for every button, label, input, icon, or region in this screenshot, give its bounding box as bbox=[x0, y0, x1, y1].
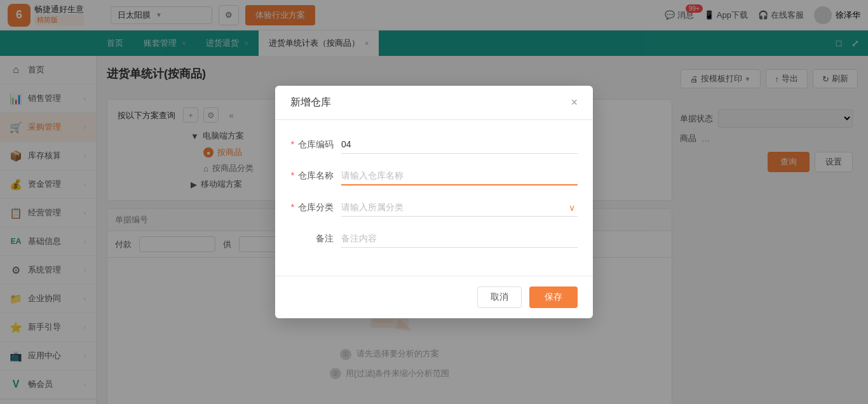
dialog-header: 新增仓库 × bbox=[275, 86, 593, 120]
name-input[interactable] bbox=[341, 166, 578, 185]
name-label: * 仓库名称 bbox=[290, 170, 341, 182]
category-label: * 仓库分类 bbox=[290, 202, 341, 213]
dialog-footer: 取消 保存 bbox=[275, 276, 593, 318]
form-row-category: * 仓库分类 ∨ bbox=[290, 198, 578, 217]
note-label: 备注 bbox=[290, 233, 341, 245]
save-button[interactable]: 保存 bbox=[529, 286, 578, 308]
code-input[interactable] bbox=[341, 135, 578, 154]
code-label: * 仓库编码 bbox=[290, 139, 341, 151]
dialog-overlay: 新增仓库 × * 仓库编码 * 仓库名称 bbox=[0, 0, 868, 404]
note-control bbox=[341, 229, 578, 248]
name-control bbox=[341, 166, 578, 185]
form-row-code: * 仓库编码 bbox=[290, 135, 578, 154]
dialog-title: 新增仓库 bbox=[290, 96, 331, 109]
form-row-note: 备注 bbox=[290, 229, 578, 248]
form-row-name: * 仓库名称 bbox=[290, 166, 578, 185]
cancel-button[interactable]: 取消 bbox=[477, 286, 522, 308]
category-input[interactable] bbox=[341, 198, 578, 217]
category-control: ∨ bbox=[341, 198, 578, 217]
dialog-close-button[interactable]: × bbox=[571, 96, 578, 109]
dialog-body: * 仓库编码 * 仓库名称 * bbox=[275, 120, 593, 276]
note-input[interactable] bbox=[341, 229, 578, 248]
code-control bbox=[341, 135, 578, 154]
add-warehouse-dialog: 新增仓库 × * 仓库编码 * 仓库名称 bbox=[275, 86, 593, 318]
